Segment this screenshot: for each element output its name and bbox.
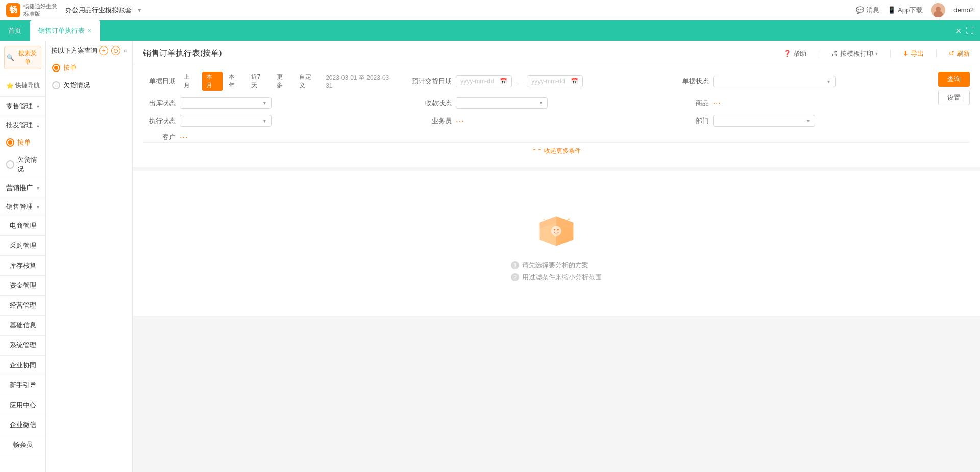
svg-text:✦: ✦ (569, 233, 571, 236)
filter-goods-cell: 商品 ··· (677, 99, 932, 108)
content-area: 按以下方案查询 + ⊙ « 按单 ○ 欠货情况 销 (46, 41, 980, 472)
left-panel-actions: + ⊙ « (99, 46, 127, 55)
sidebar-item-system[interactable]: 系统管理 (0, 336, 45, 356)
tab-active[interactable]: 销售订单执行表 × (30, 20, 100, 41)
dept-label: 部门 (677, 116, 713, 126)
sidebar-item-member[interactable]: 畅会员 (0, 435, 45, 455)
logo-text: 畅捷通好生意 标准版 (23, 3, 57, 17)
expected-date-to[interactable]: yyyy-mm-dd 📅 (527, 75, 583, 87)
left-scheme-按单[interactable]: 按单 (46, 59, 132, 77)
tab-maximize-icon[interactable]: ⛶ (966, 26, 974, 35)
quick-nav-button[interactable]: ⭐ 快捷导航 (4, 79, 41, 92)
right-content: 销售订单执行表(按单) ❓ 帮助 🖨 按模板打印 ▾ ⬇ (133, 41, 980, 472)
scheme-item-欠货情况[interactable]: ○ 欠货情况 (0, 151, 45, 178)
logo-icon: 畅 (6, 3, 20, 17)
filter-row-4: 客户 ··· (143, 133, 932, 142)
sidebar-section-sales-header[interactable]: 销售管理 ▾ (0, 197, 45, 216)
search-menu-button[interactable]: 🔍 搜索菜单 (4, 46, 41, 69)
print-dropdown-icon: ▾ (875, 51, 878, 56)
refresh-icon: ↺ (949, 50, 954, 57)
expected-date-label: 预计交货日期 (410, 77, 456, 86)
filter-row-3: 执行状态 ▾ 业务员 ··· 部门 (143, 115, 932, 127)
sidebar-item-finance[interactable]: 资金管理 (0, 276, 45, 296)
sidebar-item-basics[interactable]: 基础信息 (0, 316, 45, 336)
copy-scheme-button[interactable]: ⊙ (111, 46, 120, 55)
exec-status-select[interactable]: ▾ (180, 115, 272, 127)
salesman-label: 业务员 (410, 116, 456, 126)
dept-select[interactable]: ▾ (713, 115, 815, 127)
star-icon: ⭐ (6, 82, 14, 89)
customer-dots-button[interactable]: ··· (180, 133, 188, 142)
exec-status-label: 执行状态 (143, 116, 180, 126)
filter-row-1: 单据日期 上月 本月 本年 近7天 更多 自定义 2023-03-01 至 20… (143, 72, 932, 91)
collapse-panel-button[interactable]: « (124, 47, 127, 54)
user-name[interactable]: demo2 (953, 6, 974, 14)
salesman-dots-button[interactable]: ··· (456, 116, 464, 126)
separator-3 (936, 50, 937, 58)
tab-close-icon[interactable]: × (88, 27, 91, 34)
system-title: 办公用品行业模拟账套 (65, 6, 132, 15)
hint-num-1: 1 (511, 261, 519, 269)
query-button[interactable]: 查询 (938, 72, 970, 87)
sidebar-section-wholesale: 批发管理 ▴ 按单 ○ 欠货情况 (0, 115, 45, 178)
sidebar-item-ecommerce[interactable]: 电商管理 (0, 216, 45, 236)
tab-close-window-icon[interactable]: ✕ (955, 26, 962, 36)
filter-date-cell: 单据日期 上月 本月 本年 近7天 更多 自定义 2023-03-01 至 20… (143, 72, 398, 91)
left-scheme-欠货情况[interactable]: ○ 欠货情况 (46, 77, 132, 94)
sidebar-item-guide[interactable]: 新手引导 (0, 375, 45, 395)
svg-point-8 (551, 226, 561, 236)
date-tab-this-month[interactable]: 本月 (202, 72, 223, 91)
sidebar: 🔍 搜索菜单 ⭐ 快捷导航 零售管理 ▾ 批发管理 ▴ (0, 41, 46, 472)
date-tab-more[interactable]: 更多 (273, 72, 293, 91)
export-button[interactable]: ⬇ 导出 (903, 49, 924, 58)
top-bar-left: 畅 畅捷通好生意 标准版 办公用品行业模拟账套 ▾ (6, 3, 141, 17)
scheme-item-按单[interactable]: 按单 (0, 134, 45, 151)
svg-point-10 (557, 229, 559, 230)
tab-home[interactable]: 首页 (0, 20, 30, 41)
refresh-button[interactable]: ↺ 刷新 (949, 49, 970, 58)
date-label: 单据日期 (143, 77, 180, 86)
retail-section-title: 零售管理 (6, 102, 33, 111)
date-tab-this-year[interactable]: 本年 (225, 72, 245, 91)
exec-status-chevron-icon: ▾ (263, 118, 266, 124)
expected-date-from[interactable]: yyyy-mm-dd 📅 (456, 75, 512, 87)
date-tab-last-month[interactable]: 上月 (180, 72, 200, 91)
help-button[interactable]: ❓ 帮助 (783, 49, 806, 58)
sidebar-item-inventory[interactable]: 库存核算 (0, 256, 45, 276)
settings-button[interactable]: 设置 (938, 90, 970, 105)
customer-label: 客户 (143, 133, 180, 142)
sidebar-section-wholesale-header[interactable]: 批发管理 ▴ (0, 115, 45, 134)
sidebar-item-enterprise[interactable]: 企业协同 (0, 356, 45, 375)
receive-status-select[interactable]: ▾ (456, 97, 548, 109)
page-header: 销售订单执行表(按单) ❓ 帮助 🖨 按模板打印 ▾ ⬇ (133, 41, 980, 64)
sidebar-section-sales: 销售管理 ▾ (0, 197, 45, 216)
out-status-select[interactable]: ▾ (180, 97, 272, 109)
template-print-button[interactable]: 🖨 按模板打印 ▾ (831, 49, 878, 58)
filter-doc-status-cell: 单据状态 ▾ (677, 76, 932, 87)
collapse-bar[interactable]: ⌃⌃ 收起更多条件 (143, 142, 970, 159)
doc-status-chevron-icon: ▾ (827, 79, 830, 84)
system-title-dropdown-icon[interactable]: ▾ (138, 6, 141, 14)
main-layout: 🔍 搜索菜单 ⭐ 快捷导航 零售管理 ▾ 批发管理 ▴ (0, 41, 980, 472)
user-avatar (931, 3, 945, 17)
doc-status-select[interactable]: ▾ (713, 76, 836, 87)
top-bar: 畅 畅捷通好生意 标准版 办公用品行业模拟账套 ▾ 💬 消息 📱 App下载 d… (0, 0, 980, 20)
search-icon: 🔍 (7, 54, 14, 61)
wholesale-section-title: 批发管理 (6, 121, 33, 130)
sidebar-item-purchase[interactable]: 采购管理 (0, 236, 45, 256)
sidebar-item-app-center[interactable]: 应用中心 (0, 395, 45, 415)
message-button[interactable]: 💬 消息 (856, 6, 879, 15)
left-panel: 按以下方案查询 + ⊙ « 按单 ○ 欠货情况 (46, 41, 133, 472)
sidebar-item-operations[interactable]: 经营管理 (0, 296, 45, 316)
date-tab-7days[interactable]: 近7天 (247, 72, 271, 91)
date-tab-custom[interactable]: 自定义 (295, 72, 322, 91)
sidebar-item-wechat[interactable]: 企业微信 (0, 415, 45, 435)
app-download-button[interactable]: 📱 App下载 (888, 6, 923, 15)
sidebar-search-section: 🔍 搜索菜单 (0, 41, 45, 75)
sidebar-section-marketing-header[interactable]: 营销推广 ▾ (0, 178, 45, 197)
goods-dots-button[interactable]: ··· (713, 99, 721, 108)
left-scheme-dot (54, 66, 58, 70)
date-separator: — (516, 78, 523, 85)
add-scheme-button[interactable]: + (99, 46, 108, 55)
sidebar-section-retail-header[interactable]: 零售管理 ▾ (0, 97, 45, 115)
